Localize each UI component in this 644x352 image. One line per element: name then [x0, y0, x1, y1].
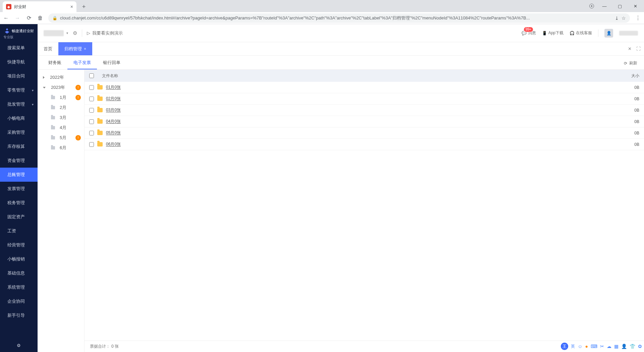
- sidebar-item[interactable]: 零售管理▾: [0, 83, 38, 97]
- sidebar-item[interactable]: 小畅电商: [0, 111, 38, 125]
- reload-button[interactable]: ⟳: [25, 15, 32, 21]
- sidebar-item[interactable]: 工资: [0, 224, 38, 238]
- org-selector[interactable]: ▾: [44, 30, 68, 36]
- sidebar-item-label: 税务管理: [7, 200, 25, 206]
- messages-button[interactable]: 99+ 💬 消息: [522, 30, 536, 36]
- table-row: 04月0张0B: [85, 116, 644, 127]
- caret-right-icon: [43, 76, 45, 79]
- file-link[interactable]: 03月0张: [106, 107, 121, 113]
- folder-icon: [97, 97, 103, 101]
- ime-shirt-icon[interactable]: 👕: [630, 344, 635, 349]
- maximize-button[interactable]: ▢: [612, 1, 627, 11]
- sidebar-item[interactable]: 快捷导航: [0, 55, 38, 69]
- tree-year-2023[interactable]: 2023年 !: [38, 82, 84, 93]
- sidebar-item[interactable]: 项目合同: [0, 69, 38, 83]
- brand-logo-icon: [4, 27, 10, 34]
- sidebar-item[interactable]: 总账管理: [0, 168, 38, 182]
- star-icon[interactable]: ☆: [622, 15, 626, 21]
- close-tab-icon[interactable]: ×: [84, 47, 86, 51]
- file-link[interactable]: 06月0张: [106, 141, 121, 147]
- back-button[interactable]: ←: [3, 15, 9, 21]
- minimize-button[interactable]: —: [597, 1, 612, 11]
- sidebar-item[interactable]: 基础信息: [0, 266, 38, 280]
- sidebar-item[interactable]: 税务管理: [0, 196, 38, 210]
- ime-dot-icon[interactable]: ●: [585, 344, 588, 349]
- tree-month[interactable]: 4月: [38, 123, 84, 133]
- close-icon[interactable]: ×: [70, 4, 73, 9]
- sidebar-item[interactable]: 小畅报销: [0, 252, 38, 266]
- chevron-down-icon: ▾: [32, 89, 34, 92]
- new-tab-button[interactable]: +: [79, 2, 89, 11]
- account-icon[interactable]: [587, 1, 596, 11]
- menu-icon[interactable]: ⋮: [635, 15, 641, 21]
- sidebar-item[interactable]: 采购管理: [0, 125, 38, 139]
- lock-icon: 🔒: [52, 16, 57, 20]
- subtab-finance[interactable]: 财务账: [42, 56, 67, 69]
- refresh-button[interactable]: ⟳ 刷新: [624, 60, 644, 69]
- file-link[interactable]: 04月0张: [106, 119, 121, 124]
- tree-month[interactable]: 3月: [38, 113, 84, 123]
- file-link[interactable]: 02月0张: [106, 96, 121, 102]
- tree-month[interactable]: 1月!: [38, 93, 84, 103]
- tree-month[interactable]: 2月: [38, 103, 84, 113]
- row-checkbox[interactable]: [89, 142, 94, 147]
- fullscreen-icon[interactable]: ⛶: [636, 46, 641, 51]
- file-link[interactable]: 05月0张: [106, 130, 121, 136]
- select-all-checkbox[interactable]: [89, 73, 94, 78]
- row-checkbox[interactable]: [89, 131, 94, 135]
- subtab-bank[interactable]: 银行回单: [97, 56, 126, 69]
- avatar[interactable]: 👤: [604, 29, 613, 38]
- file-name-cell: 06月0张: [97, 141, 612, 147]
- ime-cloud-icon[interactable]: ☁: [607, 344, 611, 349]
- row-checkbox[interactable]: [89, 85, 94, 90]
- org-settings-icon[interactable]: ⚙: [73, 30, 77, 36]
- subtab-einvoice-label: 电子发票: [73, 60, 91, 65]
- address-bar[interactable]: 🔒 cloud.chanjet.com/cc/u6d89qwnryel/57bf…: [48, 13, 630, 23]
- online-service-button[interactable]: 🎧 在线客服: [570, 30, 592, 36]
- ime-lang[interactable]: 英: [571, 344, 575, 349]
- close-window-button[interactable]: ✕: [628, 1, 643, 11]
- tab-home[interactable]: 首页: [38, 42, 58, 55]
- page-tabs: 首页 归档管理 × ✕ ⛶: [38, 42, 644, 56]
- sidebar-item[interactable]: 企业协同: [0, 294, 38, 308]
- sidebar-item[interactable]: 新手引导: [0, 308, 38, 322]
- sidebar-item[interactable]: 经营管理: [0, 238, 38, 252]
- ime-scissors-icon[interactable]: ✂: [600, 344, 604, 349]
- tree-month[interactable]: 5月!: [38, 133, 84, 143]
- sidebar-item[interactable]: 发票管理: [0, 182, 38, 196]
- sidebar-item[interactable]: 系统管理: [0, 280, 38, 294]
- table-row: 01月0张0B: [85, 82, 644, 93]
- tree-month[interactable]: 6月: [38, 143, 84, 153]
- tree-year-2022[interactable]: 2022年: [38, 72, 84, 82]
- ime-settings-icon[interactable]: ✿: [638, 344, 642, 349]
- file-link[interactable]: 01月0张: [106, 84, 121, 90]
- row-checkbox[interactable]: [89, 97, 94, 101]
- settings-button[interactable]: ⚙: [0, 339, 38, 352]
- ime-emoji-icon[interactable]: ☺: [578, 344, 582, 349]
- divider: [598, 30, 598, 37]
- ime-keyboard-icon[interactable]: ⌨: [591, 344, 597, 349]
- subtab-einvoice[interactable]: 电子发票: [67, 56, 97, 69]
- ime-grid-icon[interactable]: ▦: [614, 344, 619, 349]
- sidebar-item[interactable]: 资金管理: [0, 154, 38, 168]
- sidebar-item-label: 企业协同: [7, 298, 25, 304]
- row-checkbox[interactable]: [89, 108, 94, 113]
- delete-icon[interactable]: 🗑: [37, 15, 44, 21]
- install-icon[interactable]: ⤓: [615, 15, 619, 21]
- sidebar-item[interactable]: 搜索菜单: [0, 41, 38, 55]
- gear-icon: ⚙: [17, 343, 21, 348]
- app-download-button[interactable]: 📱 App下载: [542, 30, 564, 36]
- ime-person-icon[interactable]: 👤: [621, 344, 627, 349]
- sidebar-item[interactable]: 库存核算: [0, 139, 38, 154]
- row-checkbox[interactable]: [89, 119, 94, 124]
- table-row: 02月0张0B: [85, 93, 644, 105]
- sidebar-item[interactable]: 固定资产: [0, 210, 38, 224]
- ime-logo-icon[interactable]: 王: [561, 343, 568, 350]
- forward-button[interactable]: →: [14, 15, 21, 21]
- tab-archive[interactable]: 归档管理 ×: [58, 42, 92, 55]
- browser-tab[interactable]: ◆ 好业财 ×: [3, 1, 76, 12]
- browser-toolbar: ← → ⟳ 🗑 🔒 cloud.chanjet.com/cc/u6d89qwnr…: [0, 12, 644, 24]
- sidebar-item[interactable]: 批发管理▾: [0, 97, 38, 111]
- demo-link[interactable]: ▷ 我要看实例演示: [87, 30, 123, 36]
- close-all-tabs-icon[interactable]: ✕: [628, 46, 632, 51]
